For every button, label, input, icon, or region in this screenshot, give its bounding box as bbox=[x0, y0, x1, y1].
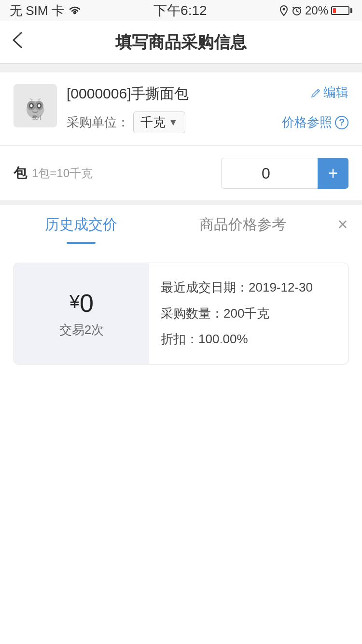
status-bar: 无 SIM 卡 下午6:12 20% bbox=[0, 0, 362, 21]
history-discount-row: 折扣：100.00% bbox=[161, 329, 336, 350]
history-price-section: ¥0 交易2次 bbox=[14, 263, 149, 364]
edit-label: 编辑 bbox=[323, 84, 348, 101]
battery-percent: 20% bbox=[305, 4, 328, 17]
page-title: 填写商品采购信息 bbox=[115, 31, 247, 54]
back-button[interactable] bbox=[12, 31, 23, 54]
unit-label: 采购单位： bbox=[67, 114, 129, 131]
price-ref-help-icon: ? bbox=[335, 116, 348, 129]
history-date-row: 最近成交日期：2019-12-30 bbox=[161, 278, 336, 298]
tab-history-label: 历史成交价 bbox=[45, 215, 117, 235]
tab-history-price[interactable]: 历史成交价 bbox=[0, 205, 162, 244]
svg-text:数汁: 数汁 bbox=[32, 115, 42, 120]
unit-value: 千克 bbox=[140, 114, 166, 131]
qty-unit-char: 包 bbox=[14, 164, 27, 182]
history-price-display: ¥0 bbox=[70, 289, 94, 318]
date-value: 2019-12-30 bbox=[249, 280, 313, 294]
quantity-input[interactable] bbox=[221, 158, 318, 189]
tab-product-price-ref[interactable]: 商品价格参考 bbox=[162, 205, 323, 244]
product-header: [0000006]手撕面包 编辑 bbox=[67, 84, 348, 104]
svg-point-7 bbox=[30, 104, 33, 107]
history-panel: ¥0 交易2次 最近成交日期：2019-12-30 采购数量：200千克 折扣：… bbox=[0, 244, 362, 378]
price-ref-label: 价格参照 bbox=[282, 114, 332, 131]
history-card: ¥0 交易2次 最近成交日期：2019-12-30 采购数量：200千克 折扣：… bbox=[14, 263, 348, 364]
date-label: 最近成交日期： bbox=[161, 280, 249, 294]
unit-dropdown-arrow: ▼ bbox=[168, 117, 178, 128]
discount-label: 折扣： bbox=[161, 332, 198, 346]
product-info: [0000006]手撕面包 编辑 采购单位： 千克 ▼ 价格参照 ? bbox=[67, 84, 348, 133]
status-right: 20% bbox=[279, 4, 352, 17]
quantity-label: 采购数量： bbox=[161, 306, 223, 321]
qty-input-group: + bbox=[221, 158, 348, 189]
svg-point-0 bbox=[282, 8, 285, 11]
discount-value: 100.00% bbox=[198, 332, 248, 346]
history-quantity-row: 采购数量：200千克 bbox=[161, 304, 336, 324]
price-number: 0 bbox=[80, 289, 94, 317]
alarm-icon bbox=[292, 5, 302, 16]
yen-symbol: ¥ bbox=[70, 292, 80, 312]
location-icon bbox=[279, 5, 289, 16]
nav-bar: 填写商品采购信息 bbox=[0, 21, 362, 64]
product-name: [0000006]手撕面包 bbox=[67, 84, 311, 104]
tabs-container: 历史成交价 商品价格参考 × bbox=[0, 205, 362, 244]
tab-active-indicator bbox=[67, 242, 96, 244]
product-owl-icon: 数汁 bbox=[21, 91, 50, 120]
product-image: 数汁 bbox=[14, 84, 57, 127]
tab-price-ref-label: 商品价格参考 bbox=[199, 215, 286, 235]
qty-label-group: 包 1包=10千克 bbox=[14, 164, 93, 182]
bottom-space bbox=[0, 378, 362, 644]
quantity-section: 包 1包=10千克 + bbox=[0, 146, 362, 200]
price-reference-button[interactable]: 价格参照 ? bbox=[282, 114, 348, 131]
sim-text: 无 SIM 卡 bbox=[10, 2, 64, 19]
quantity-value: 200千克 bbox=[223, 306, 269, 321]
wifi-icon bbox=[68, 6, 82, 15]
status-left: 无 SIM 卡 bbox=[10, 2, 82, 19]
status-time: 下午6:12 bbox=[153, 1, 207, 20]
unit-selector[interactable]: 千克 ▼ bbox=[133, 112, 185, 133]
history-trades-count: 交易2次 bbox=[59, 322, 104, 338]
edit-button[interactable]: 编辑 bbox=[311, 84, 348, 101]
battery-icon bbox=[331, 6, 352, 15]
section-divider bbox=[0, 200, 362, 205]
history-details-section: 最近成交日期：2019-12-30 采购数量：200千克 折扣：100.00% bbox=[149, 263, 348, 364]
product-card: 数汁 [0000006]手撕面包 编辑 采购单位： 千克 ▼ bbox=[0, 72, 362, 145]
product-unit-row: 采购单位： 千克 ▼ 价格参照 ? bbox=[67, 112, 348, 133]
tab-close-button[interactable]: × bbox=[323, 205, 362, 244]
svg-point-8 bbox=[38, 104, 41, 107]
qty-conversion-text: 1包=10千克 bbox=[32, 166, 93, 181]
quantity-plus-button[interactable]: + bbox=[318, 158, 348, 189]
close-icon: × bbox=[337, 214, 348, 235]
